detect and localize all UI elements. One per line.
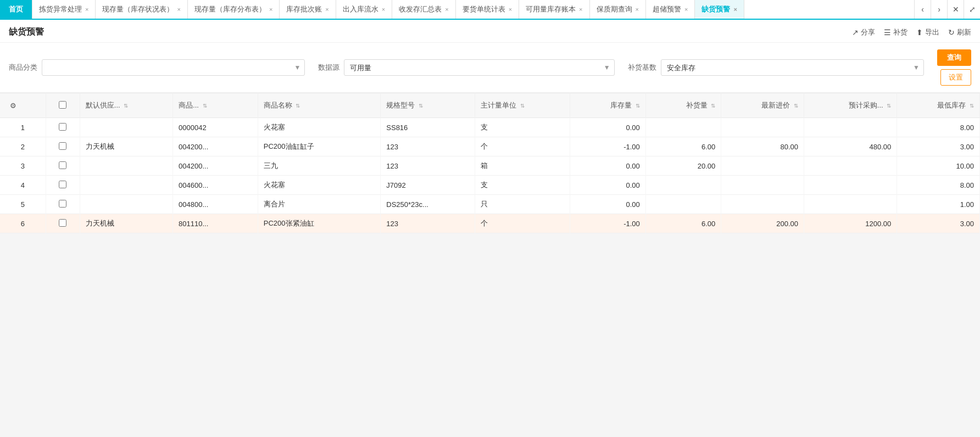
tab-1[interactable]: 拣货异常处理 ×: [32, 0, 96, 19]
data-source-select[interactable]: 可用量: [344, 59, 614, 76]
cell-min-stock: 3.00: [897, 137, 980, 156]
cell-checkbox[interactable]: [46, 156, 80, 176]
cell-checkbox[interactable]: [46, 214, 80, 233]
cell-latest-price: [721, 118, 804, 137]
latest-price-sort-icon: ⇅: [794, 103, 798, 109]
cell-checkbox[interactable]: [46, 195, 80, 214]
th-unit[interactable]: 主计量单位 ⇅: [475, 93, 570, 118]
th-est-purchase[interactable]: 预计采购... ⇅: [804, 93, 897, 118]
cell-min-stock: 8.00: [897, 176, 980, 195]
cell-stock: 0.00: [570, 156, 646, 176]
tab-6[interactable]: 收发存汇总表 ×: [392, 0, 455, 19]
tab-5-close[interactable]: ×: [382, 6, 385, 13]
th-spec[interactable]: 规格型号 ⇅: [381, 93, 475, 118]
filter-row: 商品分类 ▼ 数据源 可用量 ▼ 补货基数 安全库存: [0, 43, 980, 93]
tab-7[interactable]: 要货单统计表 ×: [456, 0, 519, 19]
cell-supplier: 力天机械: [80, 137, 172, 156]
tab-4-close[interactable]: ×: [325, 6, 328, 13]
tab-7-close[interactable]: ×: [509, 6, 512, 13]
cell-checkbox[interactable]: [46, 118, 80, 137]
th-goods-name[interactable]: 商品名称 ⇅: [258, 93, 381, 118]
th-supplier[interactable]: 默认供应... ⇅: [80, 93, 172, 118]
th-goods-no[interactable]: 商品... ⇅: [173, 93, 258, 118]
goods-category-select[interactable]: [42, 59, 305, 76]
replenish-button[interactable]: ☰ 补货: [884, 27, 907, 37]
setting-button[interactable]: 设置: [940, 69, 971, 86]
tab-4-label: 库存批次账: [286, 4, 322, 14]
row-checkbox[interactable]: [59, 123, 66, 131]
tab-home[interactable]: 首页: [0, 0, 32, 19]
cell-supplier: 力天机械: [80, 214, 172, 233]
tab-maximize[interactable]: ⤢: [964, 0, 980, 19]
th-replenish[interactable]: 补货量 ⇅: [645, 93, 721, 118]
share-button[interactable]: ↗ 分享: [852, 27, 875, 37]
tab-3[interactable]: 现存量（库存分布表） ×: [188, 0, 280, 19]
cell-checkbox[interactable]: [46, 137, 80, 156]
header-actions: ↗ 分享 ☰ 补货 ⬆ 导出 ↻ 刷新: [852, 27, 971, 37]
cell-unit: 个: [475, 137, 570, 156]
data-source-label: 数据源: [318, 63, 339, 72]
th-gear[interactable]: ⚙: [0, 93, 46, 118]
cell-goods-no: 004600...: [173, 176, 258, 195]
query-button[interactable]: 查询: [937, 49, 971, 66]
replenish-icon: ☰: [884, 28, 891, 37]
row-checkbox[interactable]: [59, 142, 66, 150]
th-min-stock[interactable]: 最低库存 ⇅: [897, 93, 980, 118]
export-button[interactable]: ⬆ 导出: [916, 27, 939, 37]
refresh-button[interactable]: ↻ 刷新: [948, 27, 971, 37]
tab-scroll-right[interactable]: ›: [931, 0, 947, 19]
tab-close-current[interactable]: ✕: [947, 0, 964, 19]
cell-min-stock: 1.00: [897, 195, 980, 214]
cell-est-purchase: [804, 195, 897, 214]
tab-9-close[interactable]: ×: [636, 6, 639, 13]
export-label: 导出: [925, 27, 939, 37]
tab-9[interactable]: 保质期查询 ×: [590, 0, 646, 19]
tab-scroll-left[interactable]: ‹: [914, 0, 931, 19]
min-stock-sort-icon: ⇅: [970, 103, 974, 109]
cell-checkbox[interactable]: [46, 176, 80, 195]
cell-latest-price: 80.00: [721, 137, 804, 156]
tab-5[interactable]: 出入库流水 ×: [336, 0, 392, 19]
cell-replenish: 20.00: [645, 156, 721, 176]
cell-supplier: [80, 176, 172, 195]
row-checkbox[interactable]: [59, 161, 66, 169]
replenish-base-select[interactable]: 安全库存: [661, 59, 924, 76]
share-label: 分享: [861, 27, 875, 37]
replenish-base-filter: 补货基数 安全库存 ▼: [628, 59, 924, 76]
goods-category-filter: 商品分类 ▼: [9, 59, 305, 76]
cell-replenish: [645, 118, 721, 137]
th-select-all[interactable]: [46, 93, 80, 118]
tab-8-close[interactable]: ×: [579, 6, 582, 13]
cell-supplier: [80, 195, 172, 214]
gear-icon[interactable]: ⚙: [5, 98, 21, 113]
cell-goods-no: 0000042: [173, 118, 258, 137]
tab-2-close[interactable]: ×: [177, 6, 180, 13]
cell-spec: 123: [381, 214, 475, 233]
tab-6-close[interactable]: ×: [445, 6, 448, 13]
tab-8[interactable]: 可用量库存账本 ×: [519, 0, 589, 19]
table-row: 5 004800... 离合片 DS250*23c... 只 0.00 1.00: [0, 195, 980, 214]
cell-goods-name: PC200张紧油缸: [258, 214, 381, 233]
row-checkbox[interactable]: [59, 200, 66, 208]
tab-2[interactable]: 现存量（库存状况表） ×: [96, 0, 187, 19]
tab-3-close[interactable]: ×: [269, 6, 272, 13]
share-icon: ↗: [852, 28, 859, 37]
th-stock[interactable]: 库存量 ⇅: [570, 93, 646, 118]
tab-10-close[interactable]: ×: [684, 6, 688, 13]
page-title: 缺货预警: [9, 26, 44, 38]
row-checkbox[interactable]: [59, 181, 66, 188]
cell-est-purchase: [804, 156, 897, 176]
tab-11[interactable]: 缺货预警 ×: [695, 0, 744, 19]
row-checkbox[interactable]: [59, 219, 66, 227]
select-all-checkbox[interactable]: [59, 101, 66, 109]
tab-4[interactable]: 库存批次账 ×: [280, 0, 336, 19]
tab-10[interactable]: 超储预警 ×: [646, 0, 695, 19]
cell-replenish: 6.00: [645, 137, 721, 156]
cell-replenish: [645, 176, 721, 195]
tab-1-close[interactable]: ×: [85, 6, 88, 13]
th-latest-price[interactable]: 最新进价 ⇅: [721, 93, 804, 118]
tab-11-close[interactable]: ×: [733, 6, 737, 13]
cell-unit: 支: [475, 118, 570, 137]
cell-latest-price: [721, 195, 804, 214]
export-icon: ⬆: [916, 28, 923, 37]
